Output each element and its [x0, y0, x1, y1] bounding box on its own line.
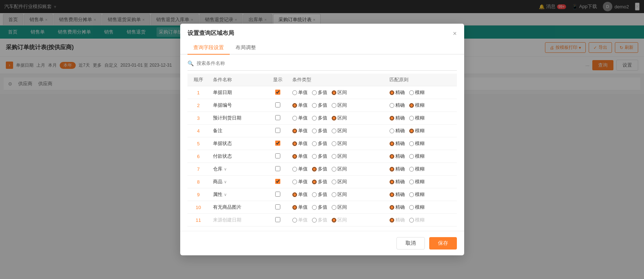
th-match-rule: 匹配原则	[386, 74, 457, 86]
th-cond-name: 条件名称	[209, 74, 267, 86]
table-header-row: 顺序 条件名称 显示 条件类型 匹配原则	[187, 74, 457, 86]
type-radio-多值-0[interactable]	[312, 90, 317, 94]
modal-overlay: 设置查询区域布局 × 查询字段设置 布局调整 🔍	[0, 0, 644, 94]
condition-search-input[interactable]	[194, 59, 457, 67]
cond-type-cell: 单值多值区间	[289, 86, 386, 94]
type-radio-单值-0[interactable]	[292, 90, 297, 94]
modal-tab-query-fields[interactable]: 查询字段设置	[187, 42, 230, 55]
table-row: 1单据日期单值多值区间精确模糊	[187, 86, 457, 94]
modal-title: 设置查询区域布局	[187, 30, 234, 37]
type-radio-区间-0[interactable]	[332, 90, 336, 94]
rule-radio-精确-0[interactable]	[390, 90, 394, 94]
modal-close-btn[interactable]: ×	[453, 30, 457, 37]
modal-body: 🔍 顺序 条件名称 显示 条件类型 匹配原则	[180, 55, 464, 94]
row-num-cell: 1	[187, 86, 210, 94]
conditions-table-wrap: 顺序 条件名称 显示 条件类型 匹配原则 1单据日期单值多值区间精确模糊2单据编…	[187, 74, 457, 94]
modal-header: 设置查询区域布局 ×	[180, 24, 464, 37]
rule-radio-模糊-0[interactable]	[409, 90, 414, 94]
search-icon: 🔍	[187, 60, 194, 66]
th-cond-type: 条件类型	[289, 74, 386, 86]
modal-tab-layout[interactable]: 布局调整	[230, 42, 262, 55]
display-checkbox-0[interactable]	[275, 90, 280, 94]
th-order: 顺序	[187, 74, 210, 86]
condition-name-cell: 单据日期	[209, 86, 267, 94]
conditions-table: 顺序 条件名称 显示 条件类型 匹配原则 1单据日期单值多值区间精确模糊2单据编…	[187, 74, 457, 94]
condition-search-bar: 🔍	[187, 59, 457, 71]
settings-modal: 设置查询区域布局 × 查询字段设置 布局调整 🔍	[180, 24, 464, 94]
th-display: 显示	[267, 74, 289, 86]
display-check-cell	[267, 86, 289, 94]
match-rule-cell: 精确模糊	[386, 86, 457, 94]
modal-tabs: 查询字段设置 布局调整	[180, 42, 464, 55]
